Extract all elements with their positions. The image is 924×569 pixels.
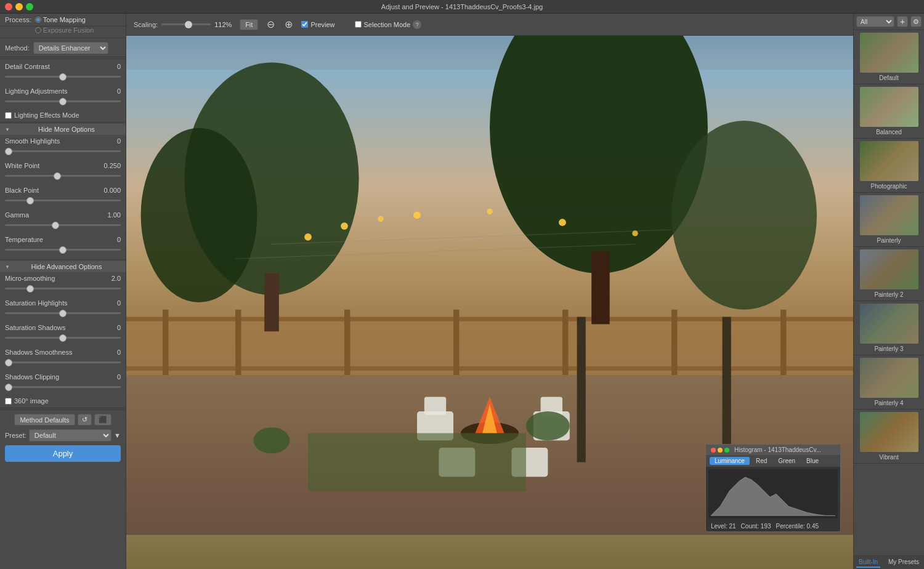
tone-mapping-option[interactable]: Tone Mapping	[35, 16, 86, 23]
tone-mapping-radio[interactable]	[35, 17, 41, 23]
white-point-label: White Point	[5, 162, 39, 169]
shadows-clipping-slider[interactable]	[5, 386, 121, 388]
detail-contrast-slider[interactable]	[5, 76, 121, 78]
shadows-smoothness-section: Shadows Smoothness 0	[0, 346, 126, 371]
lighting-effects-row[interactable]: Lighting Effects Mode	[0, 110, 126, 121]
scaling-slider[interactable]	[161, 23, 211, 25]
degree360-row[interactable]: 360° image	[0, 395, 126, 406]
exposure-fusion-row: Process: Exposure Fusion	[0, 26, 126, 36]
saturation-highlights-label: Saturation Highlights	[5, 299, 68, 307]
more-options-header[interactable]: ▼ Hide More Options	[0, 124, 126, 135]
maximize-button[interactable]	[26, 3, 33, 10]
micro-smoothing-slider[interactable]	[5, 288, 121, 289]
lighting-adjustments-value: 0	[99, 87, 121, 95]
preset-label-default: Default	[879, 75, 899, 81]
smooth-highlights-slider[interactable]	[5, 150, 121, 152]
shadows-smoothness-value: 0	[99, 349, 121, 356]
white-point-section: White Point 0.250	[0, 159, 126, 184]
svg-point-18	[304, 233, 312, 241]
add-preset-button[interactable]: +	[897, 16, 908, 27]
shadows-smoothness-slider[interactable]	[5, 361, 121, 363]
lighting-adjustments-slider[interactable]	[5, 100, 121, 102]
preset-thumb-photographic[interactable]: Photographic	[854, 139, 924, 193]
tab-mypresets[interactable]: My Presets	[886, 557, 922, 568]
svg-point-40	[254, 427, 290, 453]
preset-label-painterly: Painterly	[877, 237, 901, 244]
saturation-highlights-slider[interactable]	[5, 312, 121, 314]
advanced-options-header[interactable]: ▼ Hide Advanced Options	[0, 261, 126, 272]
apply-button[interactable]: Apply	[5, 445, 121, 462]
white-point-slider[interactable]	[5, 175, 121, 177]
preset-filter-select[interactable]: All	[856, 16, 894, 27]
preset-thumb-painterly3[interactable]: Painterly 3	[854, 301, 924, 355]
zoom-out-button[interactable]: ⊖	[265, 18, 276, 30]
saturation-shadows-label: Saturation Shadows	[5, 324, 65, 331]
extra-area	[0, 466, 126, 569]
histogram-title: Histogram - 1413ThaddeusCv...	[734, 446, 821, 453]
black-point-slider[interactable]	[5, 200, 121, 201]
minimize-button[interactable]	[15, 3, 23, 10]
preset-thumb-painterly2[interactable]: Painterly 2	[854, 247, 924, 301]
smooth-highlights-label: Smooth Highlights	[5, 137, 60, 145]
close-button[interactable]	[5, 3, 12, 10]
svg-rect-7	[344, 310, 350, 375]
selection-mode-label: Selection Mode	[364, 21, 411, 28]
shadows-clipping-label: Shadows Clipping	[5, 373, 59, 381]
preset-thumb-painterly4[interactable]: Painterly 4	[854, 355, 924, 410]
gamma-value: 1.00	[99, 211, 121, 219]
window-controls[interactable]	[5, 3, 33, 10]
preset-label-photographic: Photographic	[871, 183, 907, 190]
preset-thumb-vibrant[interactable]: Vibrant	[854, 410, 924, 464]
degree360-checkbox[interactable]	[5, 398, 12, 405]
svg-point-20	[378, 216, 383, 222]
zoom-in-button[interactable]: ⊕	[283, 18, 294, 30]
preset-image-balanced	[860, 87, 918, 127]
svg-rect-5	[163, 310, 168, 375]
temperature-slider[interactable]	[5, 249, 121, 251]
histogram-overlay: Histogram - 1413ThaddeusCv... Luminance …	[705, 444, 841, 532]
selection-mode-checkbox[interactable]	[355, 21, 362, 28]
exposure-fusion-option[interactable]: Exposure Fusion	[35, 26, 94, 34]
hist-tab-green[interactable]: Green	[773, 457, 800, 465]
preview-label: Preview	[310, 21, 334, 28]
preset-select[interactable]: Default	[29, 429, 111, 442]
preset-image-photographic	[860, 141, 918, 181]
hist-tab-red[interactable]: Red	[751, 457, 772, 465]
preset-image-default	[860, 33, 918, 73]
preset-thumb-painterly[interactable]: Painterly	[854, 193, 924, 247]
temperature-section: Temperature 0	[0, 233, 126, 258]
hist-tab-luminance[interactable]: Luminance	[710, 457, 750, 465]
help-icon[interactable]: ?	[413, 20, 421, 29]
hist-min[interactable]	[718, 448, 723, 453]
hist-max[interactable]	[724, 448, 729, 453]
preset-dropdown-arrow[interactable]: ▼	[114, 432, 121, 439]
saturation-shadows-slider[interactable]	[5, 337, 121, 339]
svg-rect-9	[562, 310, 568, 375]
svg-point-24	[632, 230, 638, 236]
fit-button[interactable]: Fit	[240, 19, 258, 30]
titlebar: Adjust and Preview - 1413ThaddeusCv_Proo…	[0, 0, 924, 14]
tab-builtin[interactable]: Built-In	[856, 557, 880, 568]
white-point-value: 0.250	[99, 162, 121, 169]
hist-close[interactable]	[711, 448, 716, 453]
hist-tab-blue[interactable]: Blue	[801, 457, 824, 465]
gamma-slider[interactable]	[5, 224, 121, 226]
more-options-label: Hide More Options	[12, 126, 121, 133]
svg-rect-10	[671, 310, 677, 375]
exposure-fusion-radio[interactable]	[35, 27, 41, 33]
preset-thumb-default[interactable]: Default	[854, 30, 924, 84]
histogram-window-controls[interactable]	[711, 448, 729, 453]
method-label: Method:	[5, 44, 30, 52]
method-select[interactable]: Details Enhancer Contrast Optimizer Tone…	[33, 42, 108, 54]
preview-checkbox[interactable]	[301, 21, 308, 28]
gear-button[interactable]: ⚙	[910, 16, 922, 27]
preset-thumb-balanced[interactable]: Balanced	[854, 84, 924, 139]
info-button[interactable]: ⬛	[94, 414, 111, 426]
svg-rect-36	[577, 317, 586, 462]
temperature-value: 0	[99, 236, 121, 243]
method-defaults-button[interactable]: Method Defaults	[14, 414, 75, 426]
lighting-effects-checkbox[interactable]	[5, 112, 12, 119]
reset-button[interactable]: ↺	[78, 414, 92, 426]
preset-label-painterly4: Painterly 4	[874, 400, 903, 406]
svg-point-39	[526, 411, 570, 440]
